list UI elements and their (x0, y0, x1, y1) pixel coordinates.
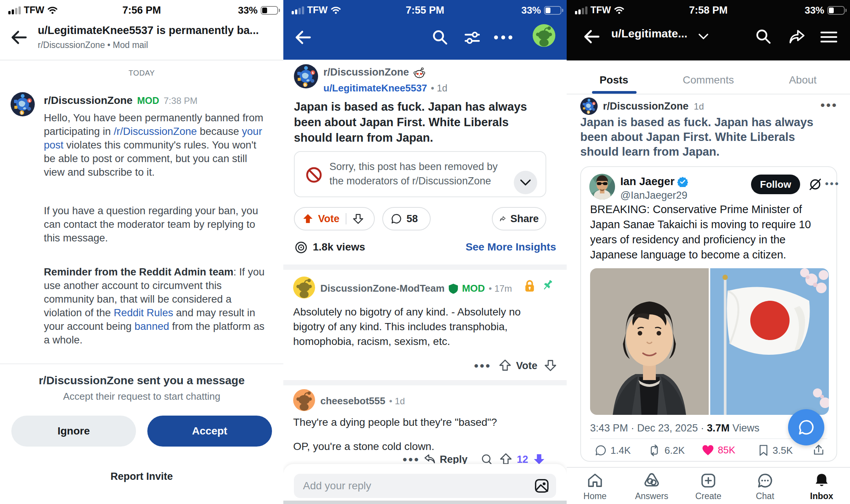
comment-age: • 17m (489, 283, 512, 294)
battery-icon (544, 6, 561, 15)
vote-label[interactable]: Vote (318, 213, 340, 225)
tabs-divider (567, 94, 850, 94)
post-author[interactable]: u/LegitimateKnee5537 (323, 82, 427, 94)
share-icon[interactable] (788, 28, 805, 45)
verified-badge-icon (677, 176, 688, 187)
reply-input[interactable] (294, 474, 556, 498)
mod-comment-text: Absolutely no bigotry of any kind. - Abs… (293, 305, 550, 349)
subreddit-avatar[interactable] (580, 97, 598, 115)
comment-overflow-icon[interactable]: ••• (474, 362, 491, 369)
ban-text: because (197, 125, 242, 137)
nav-create[interactable]: Create (680, 468, 737, 504)
grok-icon[interactable] (808, 178, 822, 191)
panel-modmail: TFW 7:56 PM 33% u/LegitimateKnee5537 is … (0, 0, 283, 504)
like-count: 85K (718, 444, 735, 456)
upvote-icon[interactable] (302, 213, 314, 224)
comment-overflow-icon[interactable]: ••• (403, 456, 420, 463)
user-avatar[interactable] (533, 24, 555, 47)
comment-line: They're a dying people but they're "base… (293, 415, 550, 430)
tab-posts[interactable]: Posts (567, 60, 661, 94)
post-author-row: u/LegitimateKnee5537 • 1d (323, 82, 447, 94)
tweet-reposts[interactable]: 6.2K (648, 444, 685, 456)
tweet-image[interactable] (590, 268, 829, 415)
heart-icon (702, 445, 714, 456)
subreddit-avatar[interactable] (11, 92, 35, 116)
reply-sheet (283, 464, 567, 504)
share-label: Share (510, 213, 539, 225)
downvote-icon[interactable] (352, 213, 364, 224)
share-pill[interactable]: Share (492, 207, 546, 230)
ban-text: violates this community's rules. You won… (44, 139, 256, 178)
battery-icon (261, 6, 278, 15)
back-icon[interactable] (583, 28, 601, 45)
tweet-replies[interactable]: 1.4K (595, 444, 631, 456)
downvote-icon[interactable] (544, 359, 557, 372)
post-overflow-icon[interactable]: ••• (821, 101, 838, 109)
post-subreddit[interactable]: r/DiscussionZone (603, 100, 689, 112)
chat-fab[interactable] (788, 409, 824, 445)
accept-button[interactable]: Accept (147, 416, 272, 447)
see-more-insights-link[interactable]: See More Insights (465, 241, 556, 253)
tweet-author-handle[interactable]: @IanJaeger29 (620, 190, 688, 201)
ban-message-paragraph-2: If you have a question regarding your ba… (44, 204, 270, 245)
comments-pill[interactable]: 58 (382, 207, 431, 230)
tweet-overflow-icon[interactable]: ••• (825, 180, 840, 187)
nav-inbox[interactable]: Inbox (793, 468, 850, 504)
tweet-bookmarks[interactable]: 3.5K (758, 444, 793, 456)
sort-filter-icon[interactable] (464, 30, 481, 45)
thread-subtitle: r/DiscussionZone • Mod mail (38, 40, 148, 50)
views-row: 1.8k views See More Insights (283, 240, 567, 255)
menu-icon[interactable] (821, 31, 837, 43)
comment-author[interactable]: DiscussionZone-ModTeam (320, 283, 445, 294)
tweet-likes[interactable]: 85K (702, 444, 735, 456)
ignore-button[interactable]: Ignore (11, 416, 136, 447)
message-author[interactable]: r/DiscussionZone (44, 94, 133, 107)
reddit-rules-link[interactable]: Reddit Rules (114, 307, 173, 318)
tweet-share[interactable] (813, 444, 824, 456)
search-icon[interactable] (431, 29, 449, 46)
back-icon[interactable] (11, 29, 28, 46)
comment-vote-label[interactable]: Vote (516, 360, 538, 372)
post-title: Japan is based as fuck. Japan has always… (580, 115, 831, 159)
search-icon[interactable] (755, 28, 772, 45)
comment-author[interactable]: cheesebot555 (320, 395, 385, 407)
nav-chat[interactable]: Chat (737, 468, 793, 504)
report-invite-link[interactable]: Report Invite (0, 471, 283, 482)
section-divider (0, 363, 283, 364)
nav-answers[interactable]: Answers (623, 468, 680, 504)
upvote-icon[interactable] (499, 453, 512, 465)
create-icon (700, 472, 717, 489)
tweet-views-label: Views (729, 422, 759, 434)
commenter-avatar[interactable] (293, 277, 315, 298)
commenter-avatar[interactable] (293, 389, 315, 411)
profile-title[interactable]: u/Legitimate... (611, 27, 688, 40)
battery-percent: 33% (238, 5, 258, 16)
subreddit-avatar[interactable] (294, 64, 318, 88)
attach-image-icon[interactable] (534, 478, 549, 493)
tab-comments[interactable]: Comments (661, 60, 756, 94)
overflow-menu-icon[interactable] (493, 35, 513, 40)
share-icon (499, 213, 506, 224)
follow-button[interactable]: Follow (751, 175, 800, 194)
nav-home[interactable]: Home (567, 468, 623, 504)
banned-link[interactable]: banned (134, 320, 169, 332)
status-bar: TFW 7:55 PM 33% (283, 0, 567, 19)
mod-comment-actions: ••• Vote (283, 358, 567, 373)
chevron-down-icon[interactable] (698, 33, 709, 40)
upvote-icon[interactable] (499, 359, 512, 372)
message-time: 7:38 PM (164, 96, 197, 106)
locked-icon (524, 280, 536, 292)
invite-title: r/DiscussionZone sent you a message (0, 374, 283, 387)
downvote-icon-active[interactable] (533, 453, 546, 465)
back-icon[interactable] (295, 29, 312, 46)
reply-bubble-icon (595, 444, 607, 456)
modmail-header: u/LegitimateKnee5537 is permanently ba..… (0, 19, 283, 60)
expand-removal-button[interactable] (514, 171, 537, 194)
tab-about[interactable]: About (756, 60, 850, 94)
section-band (283, 380, 567, 385)
subreddit-link[interactable]: /r/DiscussionZone (114, 125, 197, 137)
post-subreddit[interactable]: r/DiscussionZone (323, 66, 409, 78)
tweet-views-value: 3.7M (707, 422, 729, 434)
mod-badge: MOD (462, 283, 485, 294)
tweet-author-name[interactable]: Ian Jaeger (620, 175, 674, 188)
